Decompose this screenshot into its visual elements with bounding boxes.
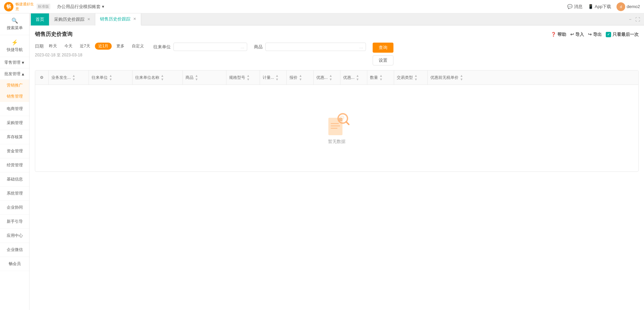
product-input-dots: ...: [360, 44, 363, 49]
th-date-label: 业务发生...: [51, 75, 71, 81]
th-qty-sort: ▲▼: [379, 74, 383, 81]
sidebar-item-wholesale[interactable]: 批发管理 ▲: [0, 68, 29, 80]
date-btn-custom[interactable]: 自定义: [129, 43, 147, 50]
import-label: 导入: [575, 32, 584, 38]
search-icon: 🔍: [11, 17, 18, 24]
logo-text: 畅捷通好生意: [15, 2, 34, 11]
tab-sales-close[interactable]: ✕: [133, 17, 136, 21]
sidebar-item-enterprise[interactable]: 企业协同: [0, 201, 29, 215]
sidebar-item-operations[interactable]: 经营管理: [0, 158, 29, 172]
user-name: demo2: [627, 4, 640, 9]
retail-label: 零售管理: [4, 60, 20, 65]
th-spec-sort: ▲▼: [247, 74, 250, 81]
date-btn-1month[interactable]: 近1月: [95, 43, 112, 50]
sidebar-item-appstore[interactable]: 应用中心: [0, 229, 29, 243]
empty-state: 暂无数据: [35, 85, 638, 171]
th-unit-label: 计量...: [263, 75, 274, 81]
only-last-toggle[interactable]: ✓ 只看最后一次: [606, 32, 639, 38]
sidebar-item-purchase[interactable]: 采购管理: [0, 116, 29, 130]
th-disc2-label: 优惠...: [343, 75, 355, 81]
page-title: 销售历史价查询: [35, 31, 72, 38]
account-selector[interactable]: 办公用品行业模拟账套 ▾: [57, 4, 104, 10]
operations-label: 经营管理: [7, 162, 23, 168]
date-btn-more[interactable]: 更多: [114, 43, 127, 50]
th-disc2[interactable]: 优惠... ▲▼: [340, 70, 367, 85]
th-unit-code[interactable]: 往来单位 ▲▼: [89, 70, 132, 85]
th-notax[interactable]: 优惠前无税单价 ▲▼: [428, 70, 638, 85]
message-btn[interactable]: 💬 消息: [567, 4, 583, 10]
tab-purchase-close[interactable]: ✕: [87, 17, 90, 21]
product-input[interactable]: ...: [265, 43, 366, 51]
topbar-center: 办公用品行业模拟账套 ▾: [50, 4, 567, 10]
th-spec-label: 规格型号: [229, 75, 245, 81]
sidebar-item-marketing[interactable]: 营销推广: [0, 80, 29, 91]
sidebar-item-wechat[interactable]: 企业微信: [0, 243, 29, 257]
date-btn-yesterday[interactable]: 昨天: [46, 43, 60, 50]
empty-text: 暂无数据: [328, 139, 345, 145]
filter-area: 日期 昨天 今天 近7天 近1月 更多 自定义 2023-02-18 至 202…: [35, 43, 639, 65]
sidebar-item-finance[interactable]: 资金管理: [0, 144, 29, 158]
help-icon: ❓: [551, 32, 556, 37]
th-date[interactable]: 业务发生... ▲▼: [49, 70, 89, 85]
sidebar-item-search[interactable]: 🔍 搜索菜单: [0, 13, 29, 35]
th-date-sort: ▲▼: [72, 74, 75, 81]
sidebar-item-sales-mgmt[interactable]: 销售管理: [0, 91, 29, 102]
th-notax-sort: ▲▼: [460, 74, 463, 81]
th-unit[interactable]: 计量... ▲▼: [260, 70, 287, 85]
th-settings[interactable]: ⚙: [35, 70, 49, 85]
tab-purchase-label: 采购历史价跟踪: [54, 16, 85, 22]
basic-label: 基础信息: [7, 176, 23, 182]
partner-input[interactable]: ...: [173, 43, 247, 51]
logo-icon: 畅: [4, 2, 13, 11]
th-qty[interactable]: 数量 ▲▼: [367, 70, 394, 85]
th-unit-code-label: 往来单位: [92, 75, 108, 81]
empty-illustration: [323, 112, 350, 139]
th-unit-sort: ▲▼: [275, 74, 279, 81]
product-filter-group: 商品 ...: [254, 43, 366, 51]
tab-sales[interactable]: 销售历史价跟踪 ✕: [95, 13, 141, 25]
date-btn-7days[interactable]: 近7天: [77, 43, 93, 50]
sidebar-item-ecommerce[interactable]: 电商管理: [0, 102, 29, 116]
import-icon: ↩: [570, 32, 574, 37]
tab-minimize-btn[interactable]: －: [628, 16, 633, 22]
shortcut-icon: ⚡: [11, 39, 18, 46]
sidebar-item-inventory[interactable]: 库存核算: [0, 130, 29, 144]
topbar-left: 畅 畅捷通好生意 标准版: [4, 2, 50, 11]
sidebar-item-basic[interactable]: 基础信息: [0, 172, 29, 187]
sidebar-item-shortcut[interactable]: ⚡ 快捷导航: [0, 35, 29, 57]
date-options: 昨天 今天 近7天 近1月 更多 自定义: [46, 43, 147, 50]
th-product-label: 商品: [185, 75, 194, 81]
th-trade[interactable]: 交易类型 ▲▼: [394, 70, 428, 85]
th-price-label: 报价: [289, 75, 298, 81]
export-btn[interactable]: ↪ 导出: [588, 32, 602, 38]
member-label: 畅会员: [9, 261, 21, 267]
date-btn-today[interactable]: 今天: [62, 43, 75, 50]
help-btn[interactable]: ❓ 帮助: [551, 32, 566, 38]
guide-label: 新手引导: [7, 219, 23, 224]
sidebar-item-guide[interactable]: 新手引导: [0, 215, 29, 229]
sidebar-item-system[interactable]: 系统管理: [0, 187, 29, 201]
content-area: 首页 采购历史价跟踪 ✕ 销售历史价跟踪 ✕ － ⛶ 销售历史价查询: [30, 13, 644, 310]
tab-expand-btn[interactable]: ⛶: [635, 17, 640, 22]
tab-purchase[interactable]: 采购历史价跟踪 ✕: [49, 13, 95, 25]
main-layout: 🔍 搜索菜单 ⚡ 快捷导航 零售管理 ▼ 批发管理 ▲ 营销推广 销售管理 电商…: [0, 13, 644, 310]
only-last-checkbox-icon: ✓: [606, 32, 611, 37]
partner-input-dots: ...: [241, 44, 245, 49]
tab-home[interactable]: 首页: [31, 13, 49, 25]
marketing-label: 营销推广: [7, 83, 23, 88]
sidebar-item-retail[interactable]: 零售管理 ▼: [0, 57, 29, 68]
settings-button[interactable]: 设置: [373, 55, 393, 65]
app-download-btn[interactable]: 📱 App下载: [588, 4, 611, 10]
th-spec[interactable]: 规格型号 ▲▼: [226, 70, 260, 85]
import-btn[interactable]: ↩ 导入: [570, 32, 584, 38]
th-price[interactable]: 报价 ▲▼: [287, 70, 314, 85]
settings-icon: ⚙: [40, 75, 44, 80]
th-disc1[interactable]: 优惠... ▲▼: [314, 70, 340, 85]
sidebar-item-member[interactable]: 畅会员: [0, 257, 29, 271]
th-product[interactable]: 商品 ▲▼: [183, 70, 226, 85]
search-button[interactable]: 查询: [373, 43, 393, 53]
user-menu[interactable]: d demo2: [616, 2, 640, 11]
table-container: ⚙ 业务发生... ▲▼ 往来单位 ▲▼ 往来单位名称 ▲▼: [35, 70, 639, 172]
help-label: 帮助: [557, 32, 566, 38]
th-unit-name[interactable]: 往来单位名称 ▲▼: [132, 70, 183, 85]
